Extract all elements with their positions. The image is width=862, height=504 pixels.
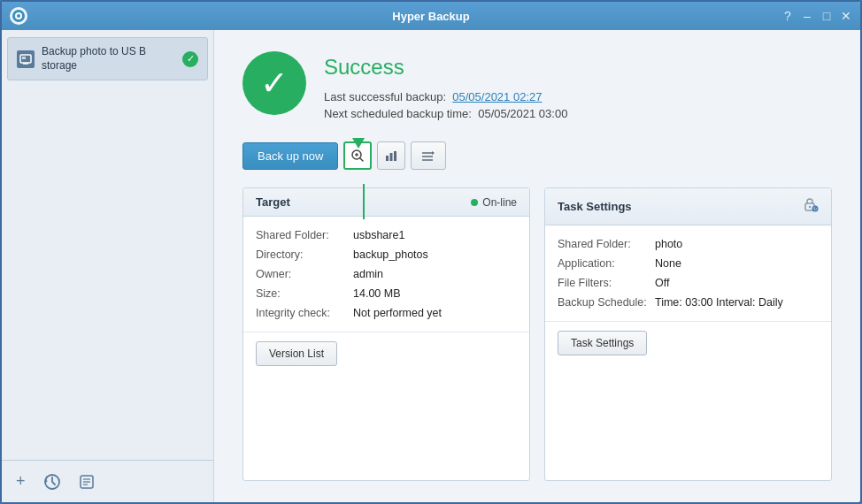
task-panel-title: Task Settings bbox=[558, 200, 632, 213]
info-value: usbshare1 bbox=[353, 229, 404, 241]
svg-text:↻: ↻ bbox=[813, 206, 817, 211]
info-label: Owner: bbox=[256, 268, 353, 280]
last-backup-label: Last successful backup: bbox=[324, 90, 446, 103]
info-value: Time: 03:00 Interval: Daily bbox=[655, 296, 783, 309]
minimize-button[interactable]: – bbox=[800, 9, 814, 23]
info-row: Integrity check: Not performed yet bbox=[256, 303, 517, 323]
info-row: File Filters: Off bbox=[558, 273, 819, 293]
info-value: backup_photos bbox=[353, 248, 428, 261]
task-panel-header: Task Settings ↻ bbox=[545, 188, 831, 225]
task-panel-body: Shared Folder: photo Application: None F… bbox=[545, 225, 831, 321]
info-label: File Filters: bbox=[558, 277, 655, 289]
next-backup-line: Next scheduled backup time: 05/05/2021 0… bbox=[324, 107, 832, 120]
history-button[interactable] bbox=[43, 473, 61, 491]
status-title: Success bbox=[324, 55, 832, 80]
sidebar-item-icon bbox=[17, 50, 35, 68]
info-row: Application: None bbox=[558, 254, 819, 273]
info-label: Shared Folder: bbox=[558, 238, 655, 250]
svg-rect-18 bbox=[390, 153, 393, 161]
svg-rect-19 bbox=[394, 151, 396, 161]
info-row: Backup Schedule: Time: 03:00 Interval: D… bbox=[558, 293, 819, 312]
restore-button[interactable]: □ bbox=[820, 9, 834, 23]
online-badge: On-line bbox=[471, 196, 517, 209]
task-settings-panel: Task Settings ↻ bbox=[544, 187, 832, 481]
info-label: Size: bbox=[256, 287, 353, 300]
lock-icon[interactable]: ↻ bbox=[801, 195, 819, 218]
target-panel-title: Target bbox=[256, 195, 290, 209]
online-label: On-line bbox=[482, 196, 517, 209]
statistics-button[interactable] bbox=[377, 141, 405, 170]
sidebar-item-backup-photo[interactable]: Backup photo to US B storage ✓ bbox=[7, 37, 208, 80]
task-settings-button[interactable]: Task Settings bbox=[558, 331, 647, 355]
info-value: Off bbox=[655, 277, 669, 289]
info-row: Shared Folder: photo bbox=[558, 234, 819, 254]
info-label: Backup Schedule: bbox=[558, 296, 655, 309]
task-panel-footer: Task Settings bbox=[545, 321, 831, 364]
app-logo bbox=[9, 6, 28, 26]
more-options-button[interactable] bbox=[411, 141, 446, 170]
status-success-icon: ✓ bbox=[242, 51, 306, 115]
help-button[interactable]: ? bbox=[781, 9, 795, 23]
log-button[interactable] bbox=[79, 474, 95, 490]
checkmark-icon: ✓ bbox=[260, 66, 289, 100]
version-list-button[interactable]: Version List bbox=[256, 341, 337, 366]
status-section: ✓ Success Last successful backup: 05/05/… bbox=[242, 51, 832, 124]
target-panel-footer: Version List bbox=[243, 332, 529, 375]
info-value: None bbox=[655, 257, 681, 270]
last-backup-line: Last successful backup: 05/05/2021 02:27 bbox=[324, 90, 832, 103]
info-row: Shared Folder: usbshare1 bbox=[256, 225, 517, 245]
svg-rect-5 bbox=[22, 57, 26, 59]
title-bar: Hyper Backup ? – □ ✕ bbox=[2, 2, 860, 30]
back-up-now-button[interactable]: Back up now bbox=[242, 142, 338, 170]
app-window: Hyper Backup ? – □ ✕ bbox=[0, 0, 862, 504]
window-controls: ? – □ ✕ bbox=[781, 9, 853, 23]
info-value: admin bbox=[353, 268, 383, 280]
add-task-button[interactable]: + bbox=[16, 472, 26, 491]
sidebar-items-list: Backup photo to US B storage ✓ bbox=[2, 30, 213, 460]
sidebar-item-label: Backup photo to US B storage bbox=[42, 45, 175, 73]
info-label: Application: bbox=[558, 257, 655, 270]
sidebar-item-check-icon: ✓ bbox=[182, 51, 198, 67]
main-panel: ✓ Success Last successful backup: 05/05/… bbox=[214, 30, 860, 502]
browse-backup-button[interactable] bbox=[343, 141, 372, 170]
actions-bar: Back up now bbox=[242, 141, 832, 170]
info-row: Directory: backup_photos bbox=[256, 245, 517, 264]
svg-line-14 bbox=[360, 158, 363, 161]
info-label: Shared Folder: bbox=[256, 229, 353, 241]
next-backup-label: Next scheduled backup time: bbox=[324, 107, 472, 120]
info-label: Directory: bbox=[256, 248, 353, 261]
target-panel-header: Target On-line bbox=[243, 188, 529, 217]
info-row: Owner: admin bbox=[256, 264, 517, 284]
last-backup-value[interactable]: 05/05/2021 02:27 bbox=[452, 90, 542, 103]
sidebar: Backup photo to US B storage ✓ + bbox=[2, 30, 214, 502]
next-backup-value: 05/05/2021 03:00 bbox=[478, 107, 567, 120]
target-panel: Target On-line Shared Folder: usbshare1 … bbox=[242, 187, 530, 481]
info-row: Size: 14.00 MB bbox=[256, 284, 517, 303]
info-panels: Target On-line Shared Folder: usbshare1 … bbox=[242, 187, 832, 481]
info-value: 14.00 MB bbox=[353, 287, 401, 300]
status-info: Success Last successful backup: 05/05/20… bbox=[324, 51, 832, 124]
svg-rect-17 bbox=[386, 156, 389, 161]
info-value: Not performed yet bbox=[353, 307, 442, 319]
svg-point-24 bbox=[809, 206, 811, 208]
online-dot bbox=[471, 199, 478, 206]
sidebar-footer: + bbox=[2, 460, 213, 502]
window-title: Hyper Backup bbox=[392, 10, 469, 23]
target-panel-body: Shared Folder: usbshare1 Directory: back… bbox=[243, 217, 529, 332]
svg-point-3 bbox=[17, 14, 20, 18]
main-content: Backup photo to US B storage ✓ + bbox=[2, 30, 860, 502]
info-value: photo bbox=[655, 238, 682, 250]
info-label: Integrity check: bbox=[256, 307, 353, 319]
close-button[interactable]: ✕ bbox=[839, 9, 853, 23]
